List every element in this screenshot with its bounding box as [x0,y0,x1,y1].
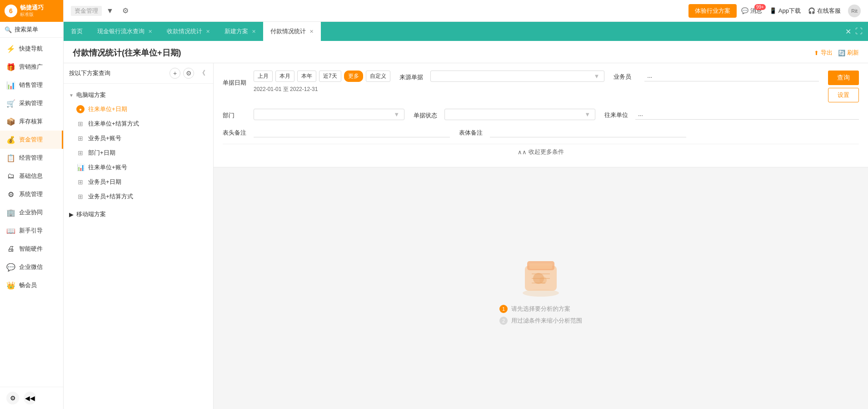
sidebar-item-guide[interactable]: 📖 新手引导 [0,222,63,240]
scheme-item-staff-account-label: 业务员+账号 [88,134,121,142]
sidebar-item-capital[interactable]: 💰 资金管理 [0,131,63,149]
scheme-item-unit-account[interactable]: 📊 往来单位+账号 [64,160,213,175]
header-right: 💬 消息 99+ 📱 App下载 🎧 在线客服 Rit [741,5,861,17]
date-btn-this-year[interactable]: 本年 [297,71,316,82]
date-btn-last-month[interactable]: 上月 [254,71,273,82]
sidebar-item-quick-nav[interactable]: ⚡ 快捷导航 [0,40,63,58]
sidebar-item-operation[interactable]: 📋 经营管理 [0,149,63,167]
guide-icon: 📖 [6,226,15,235]
breadcrumb-dropdown-btn[interactable]: ▼ [105,5,115,16]
customer-service-btn[interactable]: 🎧 在线客服 [808,7,841,15]
sidebar-item-wechat[interactable]: 💬 企业微信 [0,258,63,276]
mobile-group-arrow: ▶ [69,211,74,218]
date-btn-custom[interactable]: 自定义 [366,71,390,82]
app-download-btn[interactable]: 📱 App下载 [769,7,801,15]
settings-footer-btn[interactable]: ⚙ [6,392,19,404]
sidebar-item-basic[interactable]: 🗂 基础信息 [0,167,63,185]
scheme-item-staff-settle[interactable]: ⊞ 业务员+结算方式 [64,189,213,204]
scheme-item-staff-account[interactable]: ⊞ 业务员+账号 [64,131,213,146]
scheme-settings-btn[interactable]: ⚙ [183,68,194,79]
sidebar-item-inventory[interactable]: 📦 库存核算 [0,112,63,131]
close-window-btn[interactable]: ✕ [844,28,852,35]
page-header: 付款情况统计(往来单位+日期) ⬆ 导出 🔄 刷新 [64,41,868,63]
sales-icon: 📊 [6,81,15,90]
scheme-item-unit-account-label: 往来单位+账号 [88,163,127,172]
scheme-item-staff-date[interactable]: ⊞ 业务员+日期 [64,175,213,189]
tab-new-scheme-close[interactable]: ✕ [252,29,256,35]
body-note-input[interactable] [490,126,686,137]
maximize-btn[interactable]: ⛶ [855,28,863,35]
query-btn[interactable]: 查询 [828,71,859,85]
sidebar-item-system[interactable]: ⚙ 系统管理 [0,185,63,203]
sidebar-item-sales[interactable]: 📊 销售管理 [0,76,63,94]
scheme-item-unit-account-icon: 📊 [76,163,85,172]
content-body: 按以下方案查询 + ⚙ 《 ▼ 电脑端方案 [64,63,868,409]
top-header: 资金管理 ▼ ⚙ 体验行业方案 💬 消息 99+ 📱 App下载 🎧 在线客服 … [64,0,868,22]
search-menu[interactable]: 🔍 搜索菜单 [0,22,63,38]
filter-group-status: 单据状态 ▼ [414,109,595,120]
filter-group-date: 单据日期 上月 本月 本年 近7天 更多 自定义 20 [223,71,390,93]
source-arrow-icon: ▼ [594,73,599,80]
collapse-sidebar-btn[interactable]: ◀◀ [24,392,36,404]
tip-text-2: 用过滤条件来缩小分析范围 [511,317,582,325]
desktop-group-header[interactable]: ▼ 电脑端方案 [64,88,213,102]
status-select[interactable]: ▼ [444,109,595,120]
tab-payment-close[interactable]: ✕ [309,29,314,35]
scheme-item-unit-settle[interactable]: ⊞ 往来单位+结算方式 [64,116,213,131]
corp-label: 企业协同 [19,208,43,217]
date-btn-more[interactable]: 更多 [344,71,363,82]
dept-select[interactable]: ▼ [254,109,404,120]
mobile-group-label: 移动端方案 [76,210,106,218]
refresh-btn[interactable]: 🔄 刷新 [838,49,859,57]
desktop-group-label: 电脑端方案 [76,91,106,99]
source-label: 来源单据 [399,71,427,81]
source-select[interactable]: ▼ [430,71,605,82]
collapse-conditions-btn[interactable]: ∧∧ 收起更多条件 [223,144,859,160]
tab-window-btns: ✕ ⛶ [844,28,868,35]
mobile-group-header[interactable]: ▶ 移动端方案 [64,207,213,221]
scheme-item-unit-date[interactable]: ● 往来单位+日期 [64,102,213,116]
date-btn-this-month[interactable]: 本月 [275,71,294,82]
tab-bank-close[interactable]: ✕ [148,29,152,35]
desktop-scheme-group: ▼ 电脑端方案 ● 往来单位+日期 ⊞ 往来单位+结算方式 [64,86,213,206]
quick-nav-label: 快捷导航 [19,45,43,53]
tab-receivable[interactable]: 收款情况统计 ✕ [160,22,217,41]
search-icon: 🔍 [5,26,12,33]
sidebar-item-corp[interactable]: 🏢 企业协同 [0,203,63,222]
export-btn[interactable]: ⬆ 导出 [814,49,833,57]
tab-payment[interactable]: 付款情况统计 ✕ [263,22,321,41]
logo-icon: 6 [5,5,17,17]
trial-btn[interactable]: 体验行业方案 [688,4,737,18]
basic-icon: 🗂 [6,172,15,181]
scheme-item-staff-settle-label: 业务员+结算方式 [88,192,133,201]
user-avatar[interactable]: Rit [848,5,861,17]
sidebar-item-purchase[interactable]: 🛒 采购管理 [0,94,63,112]
scheme-item-staff-account-icon: ⊞ [76,134,85,142]
tab-receivable-close[interactable]: ✕ [206,29,210,35]
filter-settings-btn[interactable]: 设置 [828,88,859,102]
tab-new-scheme[interactable]: 新建方案 ✕ [217,22,263,41]
tab-bank[interactable]: 现金银行流水查询 ✕ [90,22,160,41]
sidebar-item-hardware[interactable]: 🖨 智能硬件 [0,240,63,258]
add-scheme-btn[interactable]: + [170,68,180,79]
sidebar-item-marketing[interactable]: 🎁 营销推广 [0,58,63,76]
header-gear-btn[interactable]: ⚙ [118,4,133,18]
staff-input[interactable] [644,71,819,81]
member-label: 畅会员 [19,281,37,289]
date-btn-last-7[interactable]: 近7天 [319,71,341,82]
operation-icon: 📋 [6,153,15,162]
empty-tip-1: 1 请先选择要分析的方案 [499,305,582,313]
capital-icon: 💰 [6,135,15,144]
messages-btn[interactable]: 💬 消息 99+ [741,7,762,15]
app-name: 畅捷通巧 [20,4,44,12]
collapse-left-panel-btn[interactable]: 《 [197,68,208,79]
page-title: 付款情况统计(往来单位+日期) [73,47,181,58]
app-logo: 6 畅捷通巧 标准版 [0,0,63,22]
head-note-input[interactable] [254,126,450,137]
empty-illustration [514,252,568,298]
tab-home[interactable]: 首页 [64,22,90,41]
scheme-item-dept-date[interactable]: ⊞ 部门+日期 [64,146,213,160]
sidebar-item-member[interactable]: 👑 畅会员 [0,276,63,294]
corp-icon: 🏢 [6,208,15,217]
unit-input[interactable] [635,109,859,120]
